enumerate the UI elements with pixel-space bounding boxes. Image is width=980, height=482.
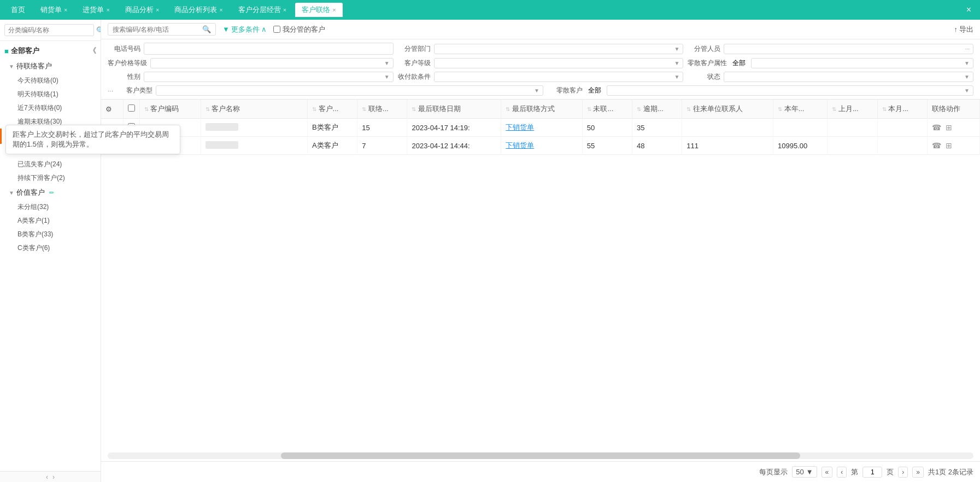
chevron-down-icon: ▼ xyxy=(674,60,679,66)
close-icon[interactable]: × xyxy=(332,7,336,13)
phone-input[interactable] xyxy=(144,43,394,55)
sidebar-item-7days[interactable]: 近7天待联络(0) xyxy=(0,101,101,115)
col-contact-person: ⇅ 往来单位联系人 xyxy=(682,100,773,119)
edit-icon[interactable]: ✏ xyxy=(49,189,54,196)
sidebar-item-ungrouped[interactable]: 未分组(32) xyxy=(0,200,101,214)
col-this-month: ⇅ 本月... xyxy=(877,100,927,119)
more-dots[interactable]: ··· xyxy=(108,87,113,95)
name-placeholder xyxy=(206,141,238,149)
collapse-icon[interactable]: 《 xyxy=(89,46,96,56)
gender-label: 性别 xyxy=(108,72,140,82)
search-input[interactable] xyxy=(113,26,200,33)
nav-tab-customer-contact[interactable]: 客户联络 × xyxy=(295,3,342,17)
filter-gender: 性别 ▼ xyxy=(108,72,394,82)
phone-label: 电话号码 xyxy=(108,44,140,54)
col-index: ⚙ xyxy=(101,100,123,119)
sidebar-item-class-c[interactable]: C类客户(6) xyxy=(0,241,101,255)
branch-person-label: 分管人员 xyxy=(688,44,720,54)
contact-method-link[interactable]: 下销货单 xyxy=(506,141,534,149)
close-icon[interactable]: × xyxy=(64,7,67,13)
retail-customer-select[interactable]: ▼ xyxy=(607,85,973,96)
status-select[interactable]: ▼ xyxy=(724,72,973,82)
sidebar-search-input[interactable] xyxy=(4,24,94,36)
nav-tab-analysis-list[interactable]: 商品分析列表 × xyxy=(168,3,229,17)
total-records: 共1页 2条记录 xyxy=(928,467,973,477)
gender-select[interactable]: ▼ xyxy=(144,72,394,82)
branch-person-select[interactable]: ··· xyxy=(724,44,973,54)
filter-customer-type: 客户类型 ▼ xyxy=(120,85,543,96)
branch-dept-select[interactable]: ▼ xyxy=(434,44,684,54)
page-size-select[interactable]: 50 ▼ xyxy=(792,466,817,478)
nav-tab-analysis[interactable]: 商品分析 × xyxy=(119,3,166,17)
row-this-month xyxy=(877,137,927,155)
sidebar-item-tomorrow[interactable]: 明天待联络(1) xyxy=(0,88,101,101)
right-arrow-icon[interactable]: › xyxy=(52,473,55,481)
horizontal-scrollbar[interactable] xyxy=(108,452,973,459)
select-all-checkbox[interactable] xyxy=(128,104,135,112)
sidebar-tree: ■ 全部客户 《 ▼ 待联络客户 今天待联络(0) 明天待联络(1) 近7天待联… xyxy=(0,41,101,471)
table-row: 1 000039 B类客户 15 2023-04-17 14:19: 下销货单 … xyxy=(101,119,980,137)
chevron-down-icon: ▼ xyxy=(674,74,679,80)
status-label: 状态 xyxy=(688,72,720,82)
chevron-down-icon: ▼ xyxy=(674,46,679,52)
close-icon[interactable]: × xyxy=(283,7,286,13)
retail-attr-select[interactable]: ▼ xyxy=(751,58,973,68)
nav-tab-sales[interactable]: 销货单 × xyxy=(34,3,74,17)
close-icon[interactable]: × xyxy=(156,7,159,13)
sidebar-item-today[interactable]: 今天待联络(0) xyxy=(0,74,101,88)
my-customers-checkbox[interactable]: 我分管的客户 xyxy=(273,25,325,34)
sidebar-item-declining[interactable]: 持续下滑客户(2) xyxy=(0,171,101,185)
scrollbar-thumb[interactable] xyxy=(281,452,800,459)
more-conditions-button[interactable]: ▼ 更多条件 ∧ xyxy=(222,25,267,34)
row-unlink-days: 55 xyxy=(582,137,632,155)
prev-page-button[interactable]: ‹ xyxy=(837,467,847,478)
row-customer-level: A类客户 xyxy=(307,137,357,155)
row-this-month xyxy=(877,119,927,137)
name-placeholder xyxy=(206,123,238,131)
page-label: 第 xyxy=(851,467,858,477)
table-area: ⚙ ⇅ 客户编码 ⇅ 客户名称 xyxy=(101,100,980,482)
contact-icon[interactable]: ☎ xyxy=(932,141,941,150)
my-customers-check[interactable] xyxy=(273,26,280,33)
page-input[interactable] xyxy=(862,467,882,478)
nav-home[interactable]: 首页 xyxy=(4,3,32,17)
price-level-select[interactable]: ▼ xyxy=(150,58,394,68)
filter-phone: 电话号码 xyxy=(108,43,394,55)
sidebar-group-value-customers[interactable]: ▼ 价值客户 ✏ xyxy=(0,185,101,200)
chevron-down-icon: ▼ xyxy=(964,74,970,80)
export-button[interactable]: ↑ 导出 xyxy=(954,25,974,34)
search-icon[interactable]: 🔍 xyxy=(202,25,211,33)
per-page-label: 每页显示 xyxy=(759,467,788,477)
contact-method-link[interactable]: 下销货单 xyxy=(506,123,534,131)
row-customer-level: B类客户 xyxy=(307,119,357,137)
search-icon[interactable]: 🔍 xyxy=(96,26,101,34)
payment-terms-select[interactable]: ▼ xyxy=(434,72,684,82)
customer-type-label: 客户类型 xyxy=(120,86,152,95)
customer-table: ⚙ ⇅ 客户编码 ⇅ 客户名称 xyxy=(101,100,980,155)
export-icon: ↑ xyxy=(954,25,958,33)
first-page-button[interactable]: « xyxy=(821,467,833,478)
nav-tab-customer-segment[interactable]: 客户分层经营 × xyxy=(232,3,293,17)
customer-type-select[interactable]: ▼ xyxy=(156,85,543,96)
sort-icon: ⇅ xyxy=(206,106,210,112)
last-page-button[interactable]: » xyxy=(912,467,924,478)
contact-icon[interactable]: ☎ xyxy=(932,123,941,132)
customer-level-select[interactable]: ▼ xyxy=(434,58,684,68)
nav-tab-purchase[interactable]: 进货单 × xyxy=(76,3,116,17)
sidebar-item-lost[interactable]: 已流失客户(24) xyxy=(0,158,101,171)
more-icon[interactable]: ⊞ xyxy=(946,123,952,132)
sort-icon: ⇅ xyxy=(587,106,591,112)
sidebar-group-pending[interactable]: ▼ 待联络客户 xyxy=(0,59,101,74)
more-icon[interactable]: ⊞ xyxy=(946,141,952,150)
sidebar-item-class-a[interactable]: A类客户(1) xyxy=(0,214,101,228)
left-arrow-icon[interactable]: ‹ xyxy=(46,473,48,481)
close-icon[interactable]: × xyxy=(219,7,222,13)
close-all-tabs[interactable]: × xyxy=(962,5,976,15)
sidebar-item-class-b[interactable]: B类客户(33) xyxy=(0,228,101,241)
next-page-button[interactable]: › xyxy=(898,467,908,478)
sort-icon: ⇅ xyxy=(506,106,510,112)
row-unlink-days: 50 xyxy=(582,119,632,137)
sidebar-all-customers[interactable]: ■ 全部客户 《 xyxy=(0,43,101,59)
customer-level-label: 客户等级 xyxy=(398,59,431,68)
close-icon[interactable]: × xyxy=(106,7,109,13)
